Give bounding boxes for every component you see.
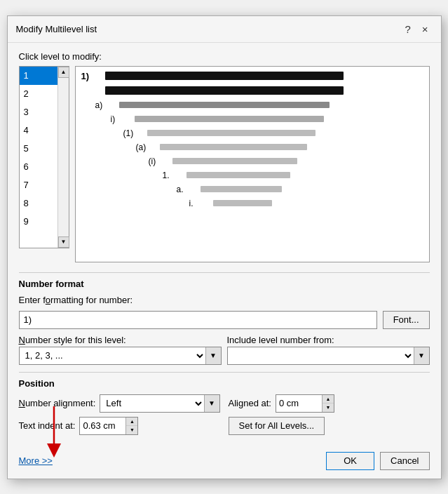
level-list-box: 1 2 3 4 5 6 7 8 9 ▲ ▼ (19, 66, 69, 248)
preview-bar-9 (201, 186, 282, 192)
indent-label: Text indent at: (19, 420, 76, 431)
preview-row-4: i) (111, 114, 423, 124)
preview-label-3: a) (95, 100, 116, 110)
ok-button[interactable]: OK (326, 452, 374, 470)
position-title: Position (19, 378, 430, 389)
aligned-at-up-button[interactable]: ▲ (323, 395, 334, 403)
scroll-down-button[interactable]: ▼ (58, 236, 69, 248)
level-item-3[interactable]: 3 (20, 103, 57, 121)
preview-row-5: (1) (123, 128, 423, 138)
section-divider-2 (19, 372, 430, 373)
preview-bar-3 (119, 102, 330, 108)
aligned-at-spinner: ▲ ▼ (276, 394, 334, 413)
indent-input[interactable] (80, 418, 125, 434)
section-divider-1 (19, 272, 430, 273)
formatting-label: Enter formatting for number: (19, 295, 133, 305)
include-select[interactable] (228, 347, 414, 364)
level-section-label: Click level to modify: (19, 51, 430, 62)
indent-row: Text indent at: ▲ ▼ (19, 417, 220, 435)
title-bar: Modify Multilevel list ? × (8, 16, 441, 43)
style-select-wrap: 1, 2, 3, ... a, b, c, ... A, B, C, ... i… (19, 347, 222, 365)
preview-bar-5 (147, 130, 315, 136)
aligned-at-row: Aligned at: ▲ ▼ (229, 394, 430, 413)
cancel-button[interactable]: Cancel (380, 452, 429, 470)
help-button[interactable]: ? (400, 22, 414, 36)
include-label: Include level number from: (227, 335, 430, 345)
style-group: Number style for this level: 1, 2, 3, ..… (19, 335, 222, 365)
aligned-at-spinner-buttons: ▲ ▼ (322, 395, 334, 412)
aligned-at-label: Aligned at: (229, 398, 271, 408)
preview-row-9: a. (177, 185, 423, 194)
preview-row-8: 1. (163, 171, 423, 180)
level-items-column: 1 2 3 4 5 6 7 8 9 (20, 67, 57, 248)
close-button[interactable]: × (418, 22, 433, 36)
style-chevron-icon[interactable]: ▼ (205, 347, 221, 364)
font-button[interactable]: Font... (383, 311, 430, 329)
preview-row-1: 1) (81, 71, 423, 81)
level-item-2[interactable]: 2 (20, 85, 57, 103)
indent-up-button[interactable]: ▲ (126, 418, 137, 426)
preview-row-3: a) (95, 100, 423, 110)
preview-label-10: i. (189, 199, 210, 208)
preview-bar-7 (172, 158, 297, 164)
set-all-row: Set for All Levels... (229, 417, 430, 435)
preview-bar-1 (105, 72, 344, 80)
include-chevron-icon[interactable]: ▼ (414, 347, 429, 364)
preview-row-6: (a) (136, 142, 423, 152)
preview-bar-2 (105, 86, 344, 95)
preview-label-9: a. (177, 185, 198, 194)
alignment-row: Number alignment: Left Center Right ▼ (19, 394, 220, 413)
preview-label-1: 1) (81, 71, 102, 81)
preview-label-6: (a) (136, 142, 157, 152)
style-select[interactable]: 1, 2, 3, ... a, b, c, ... A, B, C, ... i… (20, 347, 205, 364)
preview-bar-4 (135, 116, 324, 122)
position-grid: Number alignment: Left Center Right ▼ Te… (19, 394, 430, 435)
preview-box: 1) 1) a) i) (75, 66, 430, 262)
level-item-1[interactable]: 1 (20, 67, 57, 85)
formatting-row: Enter formatting for number: (19, 295, 430, 305)
alignment-label: Number alignment: (19, 398, 96, 408)
preview-label-7: (i) (149, 156, 170, 166)
indent-spinner-buttons: ▲ ▼ (125, 418, 137, 434)
preview-row-10: i. (189, 199, 423, 208)
formatting-input-row: Font... (19, 311, 430, 329)
level-item-7[interactable]: 7 (20, 176, 57, 194)
preview-label-4: i) (111, 114, 132, 124)
include-select-wrap: ▼ (227, 347, 430, 365)
preview-bar-6 (160, 144, 307, 150)
level-item-5[interactable]: 5 (20, 140, 57, 158)
include-group: Include level number from: ▼ (227, 335, 430, 365)
level-item-8[interactable]: 8 (20, 194, 57, 213)
title-bar-right: ? × (400, 22, 432, 36)
level-item-9[interactable]: 9 (20, 213, 57, 231)
more-button[interactable]: More >> (19, 455, 53, 466)
alignment-select[interactable]: Left Center Right (100, 395, 203, 412)
style-label: Number style for this level: (19, 335, 222, 345)
preview-bar-10 (213, 200, 272, 206)
bottom-right-buttons: OK Cancel (326, 452, 429, 470)
aligned-at-input[interactable] (276, 395, 322, 412)
formatting-input[interactable] (19, 311, 377, 329)
style-include-row: Number style for this level: 1, 2, 3, ..… (19, 335, 430, 365)
preview-label-5: (1) (123, 128, 144, 138)
indent-spinner: ▲ ▼ (79, 417, 138, 435)
position-left: Number alignment: Left Center Right ▼ Te… (19, 394, 220, 435)
bottom-bar: More >> OK Cancel (19, 445, 430, 470)
alignment-chevron-icon[interactable]: ▼ (204, 395, 219, 412)
preview-bar-8 (186, 172, 290, 178)
level-scrollbar: ▲ ▼ (57, 67, 69, 248)
alignment-select-wrap: Left Center Right ▼ (100, 394, 219, 413)
preview-label-8: 1. (163, 171, 184, 180)
title-bar-left: Modify Multilevel list (16, 24, 97, 34)
scroll-up-button[interactable]: ▲ (58, 67, 69, 78)
level-item-4[interactable]: 4 (20, 121, 57, 140)
preview-row-7: (i) (149, 156, 423, 166)
modify-multilevel-dialog: Modify Multilevel list ? × Click level t… (7, 15, 442, 479)
level-item-6[interactable]: 6 (20, 158, 57, 176)
dialog-title: Modify Multilevel list (16, 24, 97, 34)
aligned-at-down-button[interactable]: ▼ (323, 403, 334, 412)
indent-down-button[interactable]: ▼ (126, 426, 137, 434)
level-preview-row: 1 2 3 4 5 6 7 8 9 ▲ ▼ (19, 66, 430, 262)
dialog-body: Click level to modify: 1 2 3 4 5 6 7 8 9 (8, 43, 441, 479)
set-all-levels-button[interactable]: Set for All Levels... (229, 417, 325, 435)
